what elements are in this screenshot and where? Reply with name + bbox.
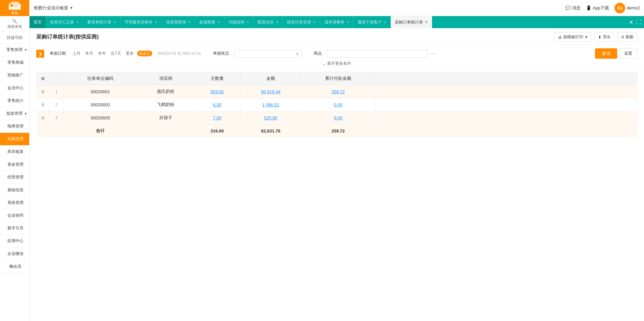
page-header: 采购订单统计表(按供应商) 🖨 按模板打印 ▼ ⬇ 导出 ↺ 刷新 (30, 28, 644, 45)
tab-close-icon[interactable]: × (113, 20, 116, 24)
goods-label: 商品 (314, 51, 322, 56)
sidebar-item-marketing[interactable]: 营销推广 (0, 69, 29, 82)
sidebar-item-new-guide[interactable]: 新手引导 (0, 222, 29, 235)
message-btn[interactable]: 💬 消息 (565, 5, 581, 11)
app-download-btn[interactable]: 📱 App下载 (586, 5, 609, 11)
footer-amount: 62,631.76 (240, 124, 301, 138)
tab-bar-actions: ✕ ⛶ (626, 16, 644, 28)
chevron-down-icon: ⌄ (322, 61, 326, 66)
sidebar-item-retail-shop[interactable]: 零售商城 (0, 56, 29, 69)
tab-func-desc[interactable]: 功能说明× (224, 16, 254, 28)
row-supplier: 惠氏奶粉 (138, 85, 194, 98)
row-qty: 7.00 (194, 111, 240, 124)
sidebar-item-member[interactable]: 会员中心 (0, 82, 29, 95)
sidebar-search[interactable]: 🔍 搜索菜单 (0, 16, 29, 32)
chevron-down-icon: ▼ (585, 35, 588, 39)
sidebar: 标版 🔍 搜索菜单 快捷导航 零售管理▾零售商城营销推广会员中心零售统计批发管理… (0, 0, 30, 321)
svg-rect-4 (14, 6, 17, 7)
tab-close-icon[interactable]: × (346, 20, 349, 24)
date-btn-this-year[interactable]: 本年 (97, 50, 107, 57)
sidebar-item-wholesale[interactable]: 批发管理▾ (0, 107, 29, 120)
tab-receive-send[interactable]: 收发存汇总表× (46, 16, 83, 28)
sidebar-item-ecommerce[interactable]: 电商管理 (0, 120, 29, 133)
quick-nav[interactable]: 快捷导航 (0, 32, 29, 44)
col-settings[interactable]: ⚙ (36, 72, 50, 85)
workspace-selector[interactable]: 母婴行业演示账套 ▼ (34, 5, 73, 11)
template-print-button[interactable]: 🖨 按模板打印 ▼ (554, 32, 592, 42)
sidebar-item-label: 畅会员 (4, 264, 26, 269)
sidebar-item-system[interactable]: 系统管理 (0, 197, 29, 209)
maximize-icon[interactable]: ⛶ (636, 19, 641, 25)
tab-pick-task[interactable]: 拣货任务管理× (283, 16, 320, 28)
sidebar-item-purchase[interactable]: 采购管理 (0, 133, 29, 146)
status-select[interactable] (234, 50, 302, 58)
tab-config-info[interactable]: 配置信息× (254, 16, 283, 28)
date-btn-more[interactable]: 更多 (124, 50, 135, 57)
goods-input[interactable] (327, 50, 428, 58)
top-bar: 母婴行业演示账套 ▼ 💬 消息 📱 App下载 Ea demo2 (30, 0, 644, 16)
sidebar-item-operations[interactable]: 经营管理 (0, 171, 29, 184)
col-qty: 主数量 (194, 72, 240, 85)
tab-goods-stats[interactable]: 要货单统计表× (83, 16, 120, 28)
close-tab-icon[interactable]: ✕ (629, 19, 633, 25)
row-seq: 3 (50, 111, 63, 124)
sidebar-item-finance[interactable]: 资金管理 (0, 158, 29, 171)
date-btn-7days[interactable]: 近7天 (109, 50, 122, 57)
tab-bar: 首页收发存汇总表×要货单统计表×可用量库存账本×保质期查询×超储预警×功能说明×… (30, 16, 644, 28)
sidebar-item-vip[interactable]: 畅会员 (0, 260, 29, 273)
tab-expiry-query[interactable]: 保质期查询× (162, 16, 195, 28)
date-custom-badge[interactable]: 自定义 (137, 51, 152, 56)
settings-button[interactable]: 设置 (619, 48, 637, 59)
expand-conditions-btn[interactable]: ⌄ 展开更多条件 (36, 59, 637, 68)
sidebar-item-basic-info[interactable]: 基础信息 (0, 184, 29, 197)
tab-usable-stock[interactable]: 可用量库存账本× (120, 16, 162, 28)
tab-close-icon[interactable]: × (425, 20, 428, 24)
filter-toggle-btn[interactable]: ❯ (36, 50, 44, 58)
tab-home[interactable]: 首页 (30, 16, 46, 28)
sidebar-item-label: 批发管理 (4, 111, 25, 116)
query-button[interactable]: 查询 (595, 48, 617, 59)
tab-close-icon[interactable]: × (247, 20, 249, 24)
settings-icon[interactable]: ⚙ (41, 89, 45, 94)
filter-more-btn[interactable]: ··· (430, 50, 435, 57)
export-button[interactable]: ⬇ 导出 (594, 32, 614, 42)
tab-close-icon[interactable]: × (276, 20, 278, 24)
date-btn-last-month[interactable]: 上月 (71, 50, 82, 57)
chevron-down-icon: ▼ (70, 6, 73, 10)
sidebar-item-enterprise-wx[interactable]: 企业微信 (0, 248, 29, 260)
message-icon: 💬 (565, 5, 571, 10)
avatar: Ea (614, 3, 625, 13)
tab-close-icon[interactable]: × (313, 20, 316, 24)
date-btn-this-month[interactable]: 本月 (84, 50, 95, 57)
tab-label: 超储预警 (199, 19, 215, 25)
user-menu[interactable]: Ea demo2 (614, 3, 640, 13)
sidebar-item-retail[interactable]: 零售管理▾ (0, 44, 29, 56)
tab-close-icon[interactable]: × (384, 20, 386, 24)
search-icon: 🔍 (12, 19, 17, 23)
app-download-label: App下载 (593, 5, 609, 11)
tab-overstock-warning[interactable]: 超储预警× (195, 16, 224, 28)
row-paid: 0.00 (301, 98, 376, 111)
sidebar-item-enterprise[interactable]: 企业协同 (0, 209, 29, 222)
message-label: 消息 (572, 5, 581, 11)
tab-purchase-stats[interactable]: 采购订单统计表× (391, 16, 432, 28)
tab-close-icon[interactable]: × (155, 20, 157, 24)
footer-seq (50, 124, 63, 138)
settings-icon[interactable]: ⚙ (41, 102, 45, 107)
tab-cost-adjust[interactable]: 成本调整单× (320, 16, 354, 28)
tab-close-icon[interactable]: × (217, 20, 220, 24)
tab-close-icon[interactable]: × (188, 20, 191, 24)
sidebar-item-app-center[interactable]: 应用中心 (0, 235, 29, 248)
sidebar-item-inventory[interactable]: 库存核算 (0, 146, 29, 158)
refresh-button[interactable]: ↺ 刷新 (617, 32, 637, 42)
sidebar-item-label: 会员中心 (4, 85, 26, 91)
sidebar-item-retail-stats[interactable]: 零售统计 (0, 95, 29, 107)
row-extra (376, 98, 637, 111)
tab-invite-downstream[interactable]: 邀请下游客户× (354, 16, 391, 28)
footer-label: 合计 (63, 124, 138, 138)
tab-close-icon[interactable]: × (76, 20, 79, 24)
settings-icon[interactable]: ⚙ (41, 115, 45, 120)
row-amount: 60,519.44 (240, 85, 301, 98)
user-name: demo2 (627, 5, 640, 10)
col-paid: 累计付款金额 (301, 72, 376, 85)
